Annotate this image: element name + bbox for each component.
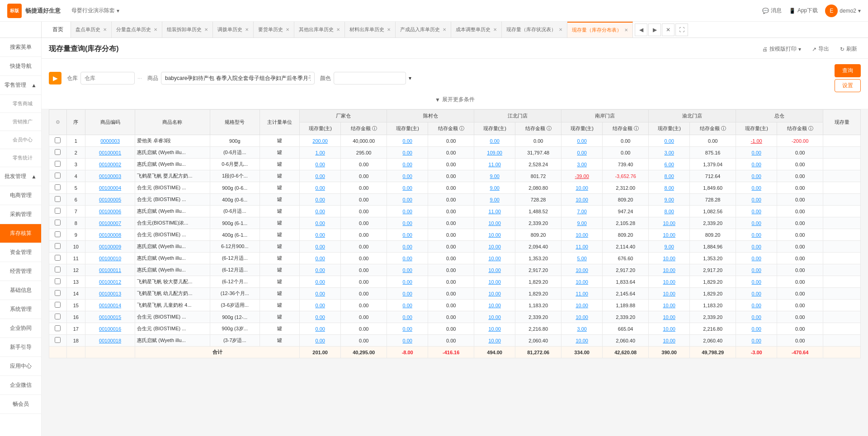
tab-close-assembly[interactable]: ✕ — [204, 27, 208, 32]
td-checkbox[interactable] — [49, 217, 67, 229]
row-checkbox[interactable] — [55, 184, 61, 190]
td-checkbox[interactable] — [49, 182, 67, 194]
company-dropdown[interactable]: 母婴行业演示陈套 ▾ — [71, 7, 119, 14]
tab-material-out[interactable]: 材料出库单历史 ✕ — [345, 22, 396, 38]
tab-close-all-btn[interactable]: ✕ — [662, 23, 675, 36]
sidebar-item-guide[interactable]: 新手引导 — [0, 338, 41, 357]
td-extra — [823, 323, 861, 335]
sidebar-item-member2[interactable]: 畅会员 — [0, 395, 41, 414]
tab-stock-status[interactable]: 现存量（库存状况表） ✕ — [502, 22, 567, 38]
tab-production-in[interactable]: 产成品入库单历史 ✕ — [396, 22, 451, 38]
td-checkbox[interactable] — [49, 311, 67, 323]
row-checkbox[interactable] — [55, 231, 61, 237]
tab-cost-adjust[interactable]: 成本调整单历史 ✕ — [451, 22, 502, 38]
row-checkbox[interactable] — [55, 137, 61, 143]
td-checkbox[interactable] — [49, 229, 67, 241]
td-checkbox[interactable] — [49, 194, 67, 206]
sidebar-item-retail-shop[interactable]: 零售商城 — [0, 95, 41, 113]
sidebar-item-ecommerce[interactable]: 电商管理 — [0, 186, 41, 205]
sidebar-item-enterprise[interactable]: 企业协同 — [0, 319, 41, 338]
sidebar-item-stock[interactable]: 库存核算 — [0, 224, 41, 243]
td-checkbox[interactable] — [49, 241, 67, 253]
row-checkbox[interactable] — [55, 149, 61, 155]
user-area[interactable]: E demo2 ▾ — [825, 5, 861, 17]
sidebar-item-wechat[interactable]: 企业微信 — [0, 376, 41, 395]
tab-close-material[interactable]: ✕ — [387, 27, 391, 32]
tab-assembly[interactable]: 组装拆卸单历史 ✕ — [162, 22, 213, 38]
sidebar-item-finance[interactable]: 资金管理 — [0, 243, 41, 262]
row-checkbox[interactable] — [55, 314, 61, 319]
sidebar-item-member[interactable]: 会员中心 — [0, 131, 41, 149]
sidebar-item-retail[interactable]: 零售管理 ▲ — [0, 76, 41, 95]
tab-close-split[interactable]: ✕ — [154, 27, 157, 32]
row-checkbox[interactable] — [55, 267, 61, 272]
warehouse-input[interactable] — [80, 72, 135, 84]
tab-close-dist[interactable]: ✕ — [624, 28, 628, 33]
sidebar-item-marketing[interactable]: 营销推广 — [0, 113, 41, 131]
td-checkbox[interactable] — [49, 159, 67, 170]
td-checkbox[interactable] — [49, 276, 67, 288]
row-checkbox[interactable] — [55, 278, 61, 284]
sidebar-item-retail-stat[interactable]: 零售统计 — [0, 149, 41, 167]
tab-close-status[interactable]: ✕ — [559, 27, 562, 32]
export-btn[interactable]: ↗ 导出 — [808, 43, 833, 55]
tab-home[interactable]: 首页 — [45, 22, 71, 38]
sidebar-item-apps[interactable]: 应用中心 — [0, 357, 41, 376]
row-checkbox[interactable] — [55, 161, 61, 167]
product-input[interactable] — [161, 72, 315, 84]
sidebar-item-search[interactable]: 搜索英单 — [0, 38, 41, 57]
td-checkbox[interactable] — [49, 323, 67, 335]
sidebar-item-wholesale[interactable]: 批发管理 ▲ — [0, 167, 41, 186]
row-checkbox[interactable] — [55, 255, 61, 261]
tab-close-other[interactable]: ✕ — [336, 27, 340, 32]
sidebar-item-purchase[interactable]: 采购管理 — [0, 205, 41, 224]
app-download-btn[interactable]: 📱 App下载 — [789, 7, 818, 14]
td-checkbox[interactable] — [49, 170, 67, 182]
td-checkbox[interactable] — [49, 206, 67, 217]
row-checkbox[interactable] — [55, 325, 61, 331]
warehouse-more-btn[interactable]: ··· — [137, 75, 142, 81]
tab-close-production[interactable]: ✕ — [443, 27, 446, 32]
sidebar-item-nav[interactable]: 快捷导航 — [0, 57, 41, 76]
tab-split-count[interactable]: 分量盘点单历史 ✕ — [112, 22, 162, 38]
tab-close-inventory[interactable]: ✕ — [103, 27, 107, 32]
td-checkbox[interactable] — [49, 335, 67, 347]
print-btn[interactable]: 🖨 按模版打印 ▾ — [759, 43, 805, 55]
td-checkbox[interactable] — [49, 264, 67, 276]
row-checkbox[interactable] — [55, 173, 61, 178]
row-checkbox[interactable] — [55, 290, 61, 296]
sidebar-item-operations[interactable]: 经营管理 — [0, 262, 41, 281]
tab-transfer[interactable]: 调拨单历史 ✕ — [213, 22, 254, 38]
color-input[interactable] — [334, 72, 406, 84]
tab-inventory-count[interactable]: 盘点单历史 ✕ — [71, 22, 112, 38]
tab-expand-btn[interactable]: ⛶ — [675, 23, 688, 36]
query-button[interactable]: 查询 — [835, 64, 861, 77]
td-checkbox[interactable] — [49, 253, 67, 264]
td-checkbox[interactable] — [49, 147, 67, 159]
expand-conditions-btn[interactable]: ▼ 展开更多条件 — [49, 96, 861, 103]
tab-stock-dist[interactable]: 现存量（库存分布表） ✕ — [567, 22, 633, 38]
refresh-btn[interactable]: ↻ 刷新 — [836, 43, 861, 55]
tab-order[interactable]: 要货单历史 ✕ — [254, 22, 294, 38]
tab-close-cost[interactable]: ✕ — [493, 27, 497, 32]
row-checkbox[interactable] — [55, 196, 61, 202]
message-btn[interactable]: 💬 消息 — [762, 7, 782, 14]
setting-button[interactable]: 设置 — [835, 79, 861, 92]
settings-icon[interactable]: ⚙ — [56, 119, 60, 125]
tab-other-out[interactable]: 其他出库单历史 ✕ — [294, 22, 345, 38]
filter-collapse-btn[interactable]: ▶ — [49, 72, 61, 84]
tab-close-order[interactable]: ✕ — [286, 27, 289, 32]
td-checkbox[interactable] — [49, 135, 67, 147]
sidebar-item-basic[interactable]: 基础信息 — [0, 281, 41, 300]
row-checkbox[interactable] — [55, 302, 61, 308]
tab-prev-btn[interactable]: ◀ — [635, 23, 647, 36]
row-checkbox[interactable] — [55, 243, 61, 249]
row-checkbox[interactable] — [55, 208, 61, 214]
tab-next-btn[interactable]: ▶ — [648, 23, 661, 36]
row-checkbox[interactable] — [55, 337, 61, 343]
tab-close-transfer[interactable]: ✕ — [245, 27, 249, 32]
td-checkbox[interactable] — [49, 300, 67, 311]
td-checkbox[interactable] — [49, 288, 67, 300]
sidebar-item-system[interactable]: 系统管理 — [0, 300, 41, 319]
row-checkbox[interactable] — [55, 220, 61, 225]
